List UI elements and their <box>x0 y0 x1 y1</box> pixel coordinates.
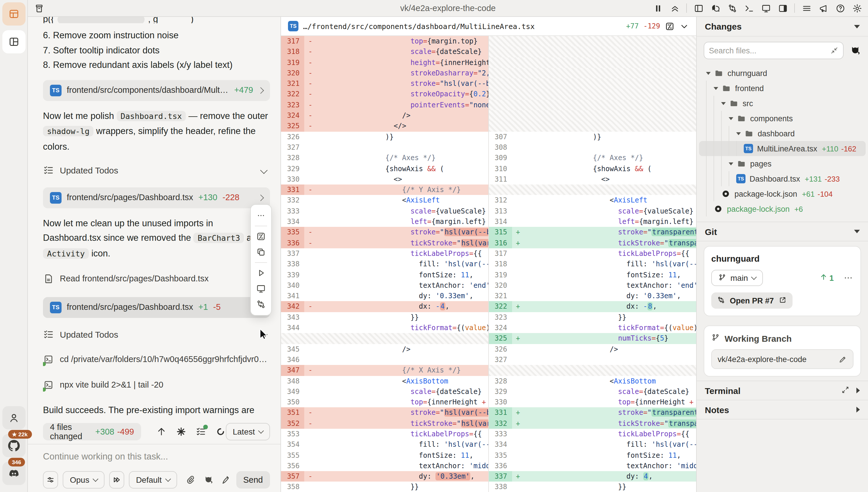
tree-folder-pages[interactable]: pages <box>699 156 866 171</box>
open-pr-button[interactable]: Open PR #7 <box>711 292 793 309</box>
todo-list-icon[interactable] <box>196 426 206 437</box>
edit-branch-icon[interactable] <box>838 355 847 364</box>
file-change-chip[interactable]: TSfrontend/src/components/dashboard/Mult… <box>43 80 270 101</box>
tree-indent-guide <box>721 141 729 156</box>
code-text: tickFormat={(value) <box>318 323 488 333</box>
code-text: dx: -8, <box>526 301 696 312</box>
megaphone-icon[interactable] <box>818 3 828 13</box>
tree-folder-dashboard[interactable]: dashboard <box>699 126 866 141</box>
tree-folder-frontend[interactable]: frontend <box>699 81 866 96</box>
menu-icon[interactable] <box>801 3 812 13</box>
updated-todos-row[interactable]: Updated Todos <box>43 327 270 342</box>
copy-icon[interactable] <box>251 244 271 260</box>
file-change-chip[interactable]: TSfrontend/src/pages/Dash­board.tsx+130-… <box>43 187 270 208</box>
panel-right-icon[interactable] <box>777 3 788 13</box>
rail-item-discord-icon[interactable]: 346 <box>2 462 25 485</box>
send-button[interactable]: Send <box>236 471 270 489</box>
pause-icon[interactable] <box>653 3 663 13</box>
additions-count: +308 <box>95 427 114 436</box>
branch-selector[interactable]: main <box>711 270 763 286</box>
ts-file-icon: TS <box>50 192 62 203</box>
code-text: stroke="transparent" <box>526 408 696 418</box>
play-icon[interactable] <box>251 265 271 281</box>
diff-view-toggle-icon[interactable] <box>665 21 675 31</box>
tool-call-row[interactable]: npx vite build 2>&1 | tail -20 <box>43 377 270 392</box>
tool-call-row[interactable]: Read frontend/src/pages/Dashboard.tsx <box>43 272 270 286</box>
rail-item-github-icon[interactable]: ★ 22k <box>2 434 25 457</box>
diff-marker <box>512 153 526 164</box>
line-number: 354 <box>281 440 304 450</box>
drag-dots-icon[interactable] <box>251 208 271 223</box>
rail-item-layout-icon[interactable] <box>2 2 25 26</box>
changes-section-header[interactable]: Changes <box>697 17 868 36</box>
diff-line-new: 332+ tickStroke="transpa <box>489 418 696 429</box>
search-files-input[interactable] <box>709 46 830 55</box>
collapse-file-icon[interactable] <box>679 21 689 31</box>
tree-file-package-lock-json[interactable]: package-lock.json+61-104 <box>699 186 866 201</box>
tree-folder-src[interactable]: src <box>699 96 866 111</box>
spinner-icon[interactable] <box>215 426 226 437</box>
diff-row: 321- stroke="hsl(var(--bo <box>281 78 696 89</box>
line-number: 349 <box>281 387 304 397</box>
tree-file-multilinearea-tsx[interactable]: TSMultiLineArea.tsx+110-162 <box>699 141 866 156</box>
files-changed-chip[interactable]: 4 files changed +308 -499 <box>43 423 141 440</box>
line-number: 326 <box>281 131 304 142</box>
deletions-count: -228 <box>222 190 239 205</box>
terminal-section-header[interactable]: Terminal <box>697 380 868 400</box>
chat-bubble-icon[interactable] <box>710 3 721 13</box>
model-selector[interactable]: Opus <box>63 471 104 489</box>
chevron-down-icon[interactable] <box>260 331 267 338</box>
monitor-icon[interactable] <box>251 281 271 296</box>
diff-line-old: 323- pointerEvents="none" <box>281 100 489 110</box>
caret-down-icon <box>706 72 711 75</box>
cat-icon[interactable] <box>203 474 213 485</box>
updated-todos-row[interactable]: Updated Todos <box>43 163 270 178</box>
git-section-header[interactable]: Git <box>697 222 868 241</box>
collapse-tree-icon[interactable] <box>830 46 838 54</box>
burst-icon[interactable] <box>176 426 186 437</box>
code-text: </> <box>318 121 488 132</box>
monitor-icon[interactable] <box>760 3 771 13</box>
line-number: 317 <box>489 248 512 259</box>
gear-icon[interactable] <box>852 3 862 13</box>
chat-input[interactable] <box>43 451 270 462</box>
settings-sliders-button[interactable] <box>43 471 58 489</box>
tree-folder-churnguard[interactable]: churnguard <box>699 66 866 81</box>
paperclip-icon[interactable] <box>185 474 195 485</box>
split-panel-icon[interactable] <box>693 3 704 13</box>
diff-icon[interactable] <box>251 228 271 244</box>
chevron-down-icon[interactable] <box>260 167 267 174</box>
tree-file-package-lock-json[interactable]: package-lock.json+6 <box>699 201 866 216</box>
box-icon[interactable] <box>34 3 44 13</box>
latest-version-button[interactable]: Latest <box>226 423 270 440</box>
more-actions-icon[interactable] <box>843 273 853 283</box>
tree-folder-components[interactable]: components <box>699 111 866 126</box>
expand-icon[interactable] <box>841 386 849 395</box>
tree-file-dashboard-tsx[interactable]: TSDashboard.tsx+131-233 <box>699 171 866 186</box>
line-number: 321 <box>281 78 304 89</box>
fast-forward-button[interactable] <box>109 471 124 489</box>
working-branch-field[interactable]: vk/4e2a-explore-the-code <box>711 349 853 369</box>
code-text: pointerEvents="none" <box>318 100 488 110</box>
help-icon[interactable] <box>835 3 845 13</box>
notes-section-header[interactable]: Notes <box>697 400 868 419</box>
cat-icon[interactable] <box>849 45 861 56</box>
model-label: Opus <box>70 475 89 485</box>
collapse-up-icon[interactable] <box>670 3 680 13</box>
pen-icon[interactable] <box>221 474 231 485</box>
line-number: 320 <box>281 68 304 79</box>
file-change-chip[interactable]: TSfrontend/src/pages/Dashboard.tsx+1-5 <box>43 297 270 318</box>
git-compare-icon[interactable] <box>251 296 271 312</box>
tool-call-row[interactable]: cd /private/var/folders/10/h7w0q46556ggr… <box>43 352 270 367</box>
git-compare-icon[interactable] <box>727 3 737 13</box>
terminal-icon[interactable] <box>744 3 754 13</box>
up-arrow-icon[interactable] <box>156 426 167 437</box>
mode-selector[interactable]: Default <box>129 471 177 489</box>
ahead-count: 1 <box>820 273 834 282</box>
diff-marker <box>304 344 318 354</box>
rail-item-person-icon[interactable] <box>2 406 25 429</box>
tree-indent-guide <box>706 81 713 96</box>
line-number: 342 <box>281 301 304 312</box>
code-text: )} <box>526 131 696 142</box>
rail-item-kanban-icon[interactable] <box>2 30 25 53</box>
